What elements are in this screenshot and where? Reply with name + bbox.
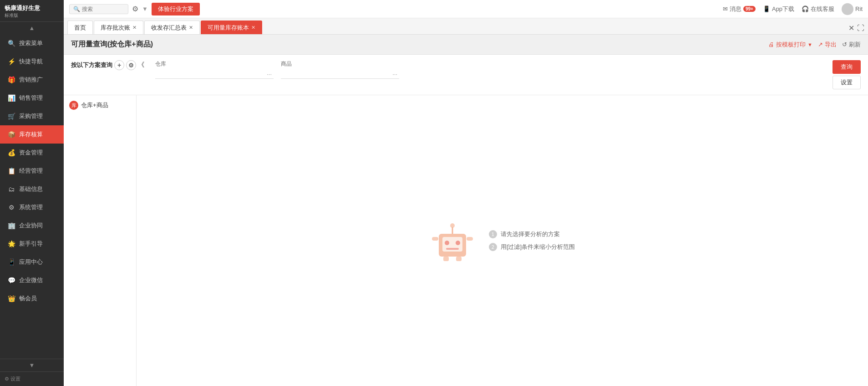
sidebar: 畅康通好生意 标准版 ▲ 🔍 搜索菜单 ⚡ 快捷导航 🎁 营销推广 📊 销售管理… [0, 0, 64, 386]
sidebar-item-basic[interactable]: 🗂 基础信息 [0, 180, 64, 198]
product-input[interactable] [281, 69, 399, 79]
sidebar-footer[interactable]: ⚙ 设置 [0, 371, 64, 386]
chat-icon: 💬 [7, 276, 15, 284]
settings-btn[interactable]: 设置 [832, 76, 861, 89]
folder-icon: 🗂 [7, 185, 15, 193]
sidebar-item-label: 快捷导航 [19, 57, 43, 66]
sidebar-item-appcenter[interactable]: 📱 应用中心 [0, 253, 64, 271]
topbar-dropdown-icon[interactable]: ▼ [142, 5, 148, 12]
refresh-icon: ↺ [842, 41, 847, 48]
query-row: 按以下方案查询 + ⚙ 《 仓库 ··· 商品 ··· [71, 60, 861, 89]
sidebar-item-label: 企业微信 [19, 276, 43, 284]
chart-icon: 📊 [7, 94, 15, 102]
sidebar-item-label: 销售管理 [19, 94, 43, 102]
sidebar-scroll-up[interactable]: ▲ [0, 22, 64, 34]
tab-batch[interactable]: 库存批次账 ✕ [94, 21, 143, 34]
sidebar-item-operation[interactable]: 📋 经营管理 [0, 162, 64, 180]
product-label: 商品 [281, 60, 399, 68]
empty-state: 1 请先选择要分析的方案 2 用[过滤]条件来缩小分析范围 [430, 218, 575, 263]
sidebar-item-shortcut[interactable]: ⚡ 快捷导航 [0, 52, 64, 71]
tab-expand-btn[interactable]: ⛶ [857, 24, 864, 32]
export-label: 导出 [825, 41, 837, 49]
online-service-label: 在线客服 [811, 5, 834, 13]
tab-available[interactable]: 可用量库存账本 ✕ [201, 21, 262, 34]
sidebar-item-label: 系统管理 [19, 203, 43, 211]
sidebar-item-purchase[interactable]: 🛒 采购管理 [0, 107, 64, 125]
sidebar-scroll-down[interactable]: ▼ [0, 359, 64, 371]
svg-rect-8 [467, 237, 473, 241]
sidebar-item-enterprise[interactable]: 🏢 企业协同 [0, 216, 64, 235]
topbar-search-input[interactable] [82, 6, 123, 12]
shortcut-icon: ⚡ [7, 57, 15, 66]
warehouse-label: 仓库 [155, 60, 274, 68]
warehouse-filter: 仓库 ··· [155, 60, 274, 79]
tip-num-2: 2 [489, 243, 497, 251]
tab-home-label: 首页 [74, 24, 86, 32]
warehouse-input[interactable] [155, 69, 274, 79]
app-download-btn[interactable]: 📱 App下载 [763, 5, 794, 13]
print-btn[interactable]: 🖨 按模板打印 ▼ [768, 41, 812, 49]
collapse-btn[interactable]: 《 [138, 61, 144, 69]
sidebar-item-inventory[interactable]: 📦 库存核算 [0, 125, 64, 144]
tip-item-1: 1 请先选择要分析的方案 [489, 230, 575, 238]
star-icon: 🌟 [7, 240, 15, 248]
svg-rect-4 [446, 248, 459, 250]
product-filter: 商品 ··· [281, 60, 399, 79]
sidebar-item-marketing[interactable]: 🎁 营销推广 [0, 71, 64, 89]
scheme-settings-btn[interactable]: ⚙ [126, 60, 136, 70]
refresh-btn[interactable]: ↺ 刷新 [842, 41, 861, 49]
tab-summary-close[interactable]: ✕ [189, 25, 193, 31]
print-label: 按模板打印 [776, 41, 806, 49]
scheme-item-icon: 库 [69, 101, 78, 110]
tab-available-label: 可用量库存账本 [208, 24, 249, 32]
sidebar-item-guide[interactable]: 🌟 新手引导 [0, 235, 64, 253]
tab-available-close[interactable]: ✕ [251, 25, 255, 31]
svg-point-2 [445, 241, 449, 245]
svg-point-3 [456, 241, 460, 245]
export-btn[interactable]: ↗ 导出 [818, 41, 837, 49]
page-header: 可用量查询(按仓库+商品) 🖨 按模板打印 ▼ ↗ 导出 ↺ 刷新 [64, 35, 868, 55]
phone-icon: 📱 [763, 5, 770, 12]
search-icon: 🔍 [73, 6, 80, 12]
sidebar-item-wechat[interactable]: 💬 企业微信 [0, 271, 64, 289]
warehouse-more-btn[interactable]: ··· [267, 71, 272, 77]
empty-tips: 1 请先选择要分析的方案 2 用[过滤]条件来缩小分析范围 [489, 230, 575, 251]
scheme-item[interactable]: 库 仓库+商品 [64, 97, 136, 113]
gear-icon: ⚙ [7, 203, 15, 211]
sidebar-item-system[interactable]: ⚙ 系统管理 [0, 198, 64, 216]
message-btn[interactable]: ✉ 消息 99+ [723, 5, 756, 13]
tip-text-1: 请先选择要分析的方案 [501, 230, 560, 238]
user-info[interactable]: Rit [842, 3, 863, 15]
logo-title: 畅康通好生意 [5, 5, 59, 12]
sidebar-item-label: 库存核算 [19, 130, 43, 139]
sidebar-item-label: 新手引导 [19, 240, 43, 248]
query-btn[interactable]: 查询 [832, 60, 861, 74]
sidebar-item-label: 应用中心 [19, 258, 43, 266]
headset-icon: 🎧 [802, 5, 809, 12]
product-more-btn[interactable]: ··· [392, 71, 397, 77]
online-service-btn[interactable]: 🎧 在线客服 [802, 5, 834, 13]
robot-svg [430, 218, 475, 263]
sidebar-item-label: 畅会员 [19, 294, 37, 303]
tab-close-btn[interactable]: ✕ [848, 24, 854, 32]
scheme-panel: 库 仓库+商品 [64, 95, 137, 386]
svg-rect-7 [432, 237, 438, 241]
tab-batch-close[interactable]: ✕ [132, 25, 137, 31]
sidebar-item-search[interactable]: 🔍 搜索菜单 [0, 34, 64, 52]
svg-rect-5 [443, 257, 449, 261]
building-icon: 🏢 [7, 221, 15, 230]
tab-home[interactable]: 首页 [67, 21, 93, 34]
scheme-item-label: 仓库+商品 [81, 101, 108, 109]
sidebar-item-member[interactable]: 👑 畅会员 [0, 289, 64, 308]
trial-btn[interactable]: 体验行业方案 [152, 3, 200, 15]
topbar-gear-icon[interactable]: ⚙ [132, 5, 138, 13]
tip-num-1: 1 [489, 230, 497, 238]
sidebar-item-finance[interactable]: 💰 资金管理 [0, 144, 64, 162]
gift-icon: 🎁 [7, 76, 15, 84]
scheme-add-btn[interactable]: + [114, 60, 124, 70]
phone-icon: 📱 [7, 258, 15, 266]
tab-summary[interactable]: 收发存汇总表 ✕ [144, 21, 200, 34]
sidebar-item-sales[interactable]: 📊 销售管理 [0, 89, 64, 107]
tip-item-2: 2 用[过滤]条件来缩小分析范围 [489, 243, 575, 251]
export-icon: ↗ [818, 41, 823, 48]
